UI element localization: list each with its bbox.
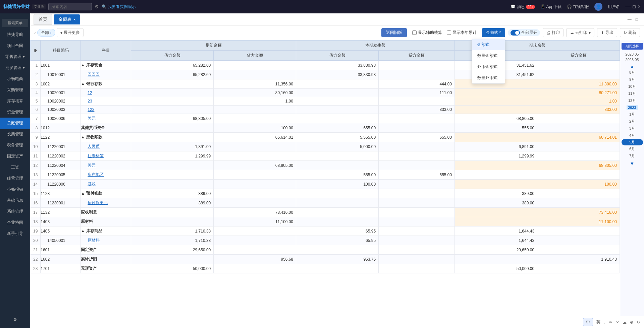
sidebar-item-salary[interactable]: 工资	[0, 162, 30, 173]
bottom-btn-add[interactable]: ⊕	[630, 320, 633, 325]
period-2023-05-2[interactable]: 2023.05	[626, 57, 639, 62]
print-btn[interactable]: 🖨 打印	[543, 28, 564, 37]
bottom-btn-close[interactable]: ✕	[616, 320, 619, 325]
cell-code: 10010001	[41, 70, 81, 79]
bottom-btn-lang-cn[interactable]: 中	[583, 318, 593, 326]
minimize-btn[interactable]: —	[625, 4, 631, 10]
period-down-arrow[interactable]: ▼	[630, 161, 635, 166]
cell-subject[interactable]: 预付款美元	[81, 198, 131, 208]
sidebar-item-project[interactable]: 项目合同	[0, 40, 30, 51]
cell-num: 2	[31, 70, 41, 79]
cell-subject[interactable]: 游戏	[81, 180, 131, 189]
sidebar-search[interactable]: 搜索菜单	[2, 19, 28, 27]
table-container[interactable]: ⚙ 科目编码 科目 期初余额 本期发生额 期末余额 借方金额 贷方金额 借方金额	[30, 40, 620, 316]
cloud-print-btn[interactable]: ☁ 云打印 ▾	[566, 28, 594, 37]
cell-curr-debit	[296, 151, 379, 161]
maximize-btn[interactable]: □	[633, 4, 635, 9]
breadcrumb-tag: 全部 ›	[37, 29, 55, 37]
cell-subject[interactable]: 美元	[81, 114, 131, 123]
refresh-btn[interactable]: ↻ 刷新	[620, 28, 640, 37]
cell-curr-debit: 5,000.00	[296, 142, 379, 151]
sidebar-item-management[interactable]: 经营管理	[0, 173, 30, 184]
cell-curr-credit	[379, 264, 455, 273]
back-old-version-btn[interactable]: 返回旧版	[381, 28, 407, 37]
cell-subject[interactable]: 所在地区	[81, 170, 131, 180]
period-9[interactable]: 9月	[622, 76, 643, 83]
period-2023-05-1[interactable]: 2023.05	[626, 52, 639, 57]
period-3[interactable]: 3月	[622, 125, 643, 132]
cell-subject[interactable]: 原材料	[81, 236, 131, 245]
expand-more-btn[interactable]: ▾ 展开更多	[57, 28, 84, 37]
bottom-btn-refresh[interactable]: ↻	[637, 320, 640, 325]
period-6[interactable]: 6月	[622, 145, 643, 152]
sidebar-item-tax[interactable]: 税务管理	[0, 140, 30, 151]
show-year-checkbox[interactable]: 显示本年累计	[447, 30, 477, 36]
cell-subject[interactable]: 12	[81, 89, 131, 97]
sidebar-item-expense[interactable]: 小畅报销	[0, 184, 30, 195]
period-12[interactable]: 12月	[622, 97, 643, 104]
breadcrumb-back-icon[interactable]: ‹	[34, 30, 36, 36]
win-minimize[interactable]: —	[628, 17, 632, 22]
bottom-btn-cloud[interactable]: ☁	[623, 320, 627, 325]
mode-option-quantity-amount[interactable]: 数量金额式	[472, 50, 505, 61]
sidebar-item-ecommerce[interactable]: 小畅电商	[0, 73, 30, 84]
period-8[interactable]: 8月	[622, 69, 643, 76]
period-collapse-btn[interactable]: 期间选择	[622, 43, 643, 50]
period-1[interactable]: 1月	[622, 111, 643, 118]
close-btn[interactable]: ×	[638, 4, 641, 10]
export-btn[interactable]: ⬆ 导出	[597, 28, 617, 37]
win-maximize[interactable]: □	[636, 17, 638, 22]
show-assist-checkbox[interactable]: 显示辅助核算	[412, 30, 442, 36]
tab-home[interactable]: 首页	[34, 14, 52, 25]
message-btn[interactable]: 💬 消息 99+	[511, 4, 535, 10]
tab-balance[interactable]: 余额表 ×	[54, 14, 80, 24]
demo-link[interactable]: 🔍 我要看实例演示	[102, 4, 136, 10]
sidebar-item-invoice[interactable]: 发票管理	[0, 129, 30, 140]
bottom-btn-down[interactable]: ↓	[604, 320, 606, 325]
user-avatar[interactable]: 👤	[594, 3, 602, 11]
bottom-btn-edit[interactable]: ✏	[609, 320, 612, 325]
sidebar-item-basic-info[interactable]: 基础信息	[0, 195, 30, 206]
period-up-arrow[interactable]: ▲	[630, 64, 635, 69]
app-download-btn[interactable]: 📱 App下载	[540, 4, 561, 10]
bottom-btn-lang-en[interactable]: 英	[596, 319, 600, 325]
sidebar-item-retail[interactable]: 零售管理 ▾	[0, 51, 30, 62]
col-header-settings[interactable]: ⚙	[31, 41, 41, 61]
cell-subject[interactable]: 人民币	[81, 142, 131, 151]
sidebar-item-capital[interactable]: 资金管理	[0, 107, 30, 118]
cell-subject[interactable]: 往来标签	[81, 151, 131, 161]
sidebar-item-system[interactable]: 系统管理	[0, 206, 30, 217]
period-4[interactable]: 4月	[622, 132, 643, 139]
mode-option-foreign-amount[interactable]: 外币金额式	[472, 61, 505, 72]
period-7[interactable]: 7月	[622, 152, 643, 159]
table-row: 15 1123 ▲ 预付账款 389.00 389.00	[31, 189, 620, 198]
sidebar-item-quick-nav[interactable]: 快捷导航	[0, 29, 30, 40]
search-settings-icon[interactable]: ⚙	[95, 4, 99, 9]
expand-all-toggle[interactable]: 全部展开	[508, 29, 540, 36]
sidebar-item-ledger[interactable]: 总账管理	[0, 118, 30, 129]
sidebar-item-purchase[interactable]: 采购管理	[0, 84, 30, 95]
mode-btn[interactable]: 金额式 ^	[482, 28, 505, 37]
cell-open-debit	[131, 79, 214, 89]
sidebar-settings[interactable]: ⚙	[12, 315, 18, 325]
sidebar-item-inventory[interactable]: 库存核算	[0, 95, 30, 107]
sidebar-item-cooperation[interactable]: 企业协同	[0, 217, 30, 228]
breadcrumb-nav-icon[interactable]: ›	[50, 30, 52, 35]
cell-subject[interactable]: 122	[81, 106, 131, 114]
period-5[interactable]: 5月	[622, 139, 643, 145]
sidebar-item-fixed-assets[interactable]: 固定资产	[0, 151, 30, 162]
period-11[interactable]: 11月	[622, 90, 643, 97]
period-2[interactable]: 2月	[622, 118, 643, 125]
tab-close-icon[interactable]: ×	[73, 17, 75, 21]
cell-subject[interactable]: 美元	[81, 161, 131, 170]
cell-subject[interactable]: 回回回	[81, 70, 131, 79]
sidebar-item-wholesale[interactable]: 批发管理 ▾	[0, 62, 30, 73]
online-service-btn[interactable]: 🎧 在线客服	[567, 4, 589, 10]
sidebar-item-guide[interactable]: 新手引导	[0, 228, 30, 239]
mode-option-quantity-foreign[interactable]: 数量外币式	[472, 72, 505, 83]
cell-end-credit: 73,416.00	[537, 208, 620, 217]
global-search-input[interactable]	[48, 3, 92, 10]
mode-option-amount[interactable]: 金额式	[472, 39, 505, 50]
cell-subject[interactable]: 23	[81, 97, 131, 106]
period-10[interactable]: 10月	[622, 83, 643, 90]
